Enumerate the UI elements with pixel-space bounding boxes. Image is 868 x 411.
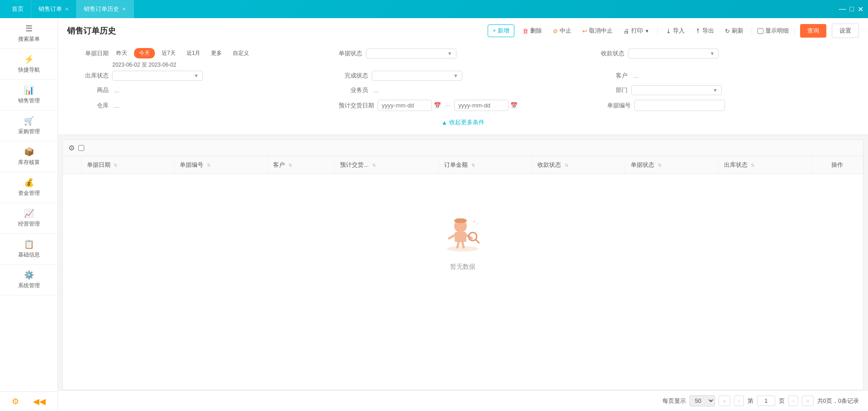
empty-text: 暂无数据 [450, 263, 475, 271]
th-date[interactable]: 单据日期 ⇅ [81, 156, 174, 174]
delivery-date-start[interactable] [378, 100, 432, 111]
sidebar-item-sales-mgmt[interactable]: 📊 销售管理 [0, 80, 58, 111]
complete-status-field: ▼ [372, 71, 590, 81]
th-customer-sort-icon[interactable]: ⇅ [288, 163, 292, 168]
query-btn[interactable]: 查询 [800, 24, 826, 38]
close-sales-order-tab-icon[interactable]: ✕ [65, 6, 69, 12]
sidebar-item-purchase-mgmt[interactable]: 🛒 采购管理 [0, 111, 58, 141]
sidebar-speaker-icon[interactable]: ◀◀ [33, 396, 46, 406]
tab-home[interactable]: 首页 [5, 0, 31, 18]
sidebar-item-purchase-mgmt-label: 采购管理 [18, 128, 40, 135]
sidebar-item-sales-mgmt-label: 销售管理 [18, 97, 40, 105]
date-1month[interactable]: 近1月 [182, 48, 205, 58]
prev-page-btn[interactable]: ‹ [734, 396, 744, 406]
date-yesterday[interactable]: 昨天 [112, 48, 131, 58]
date-more[interactable]: 更多 [207, 48, 226, 58]
svg-rect-4 [456, 218, 465, 223]
th-order-no-label: 单据编号 [180, 161, 203, 168]
sys-mgmt-icon: ⚙️ [24, 270, 34, 280]
salesman-picker-btn[interactable]: ... [372, 87, 381, 94]
sidebar-item-sys-mgmt[interactable]: ⚙️ 系统管理 [0, 265, 58, 295]
print-btn-label: 打印 [631, 27, 643, 35]
window-controls: — □ ✕ [839, 5, 863, 14]
th-order-status[interactable]: 单据状态 ⇅ [625, 156, 718, 174]
sidebar-item-capital-mgmt[interactable]: 💰 资金管理 [0, 172, 58, 203]
collapse-icon: ▲ [441, 119, 447, 126]
export-btn[interactable]: ⤒ 导出 [693, 25, 717, 37]
next-page-btn[interactable]: › [788, 396, 798, 406]
settings-btn[interactable]: 设置 [832, 24, 859, 38]
close-history-tab-icon[interactable]: ✕ [122, 6, 126, 12]
th-amount-sort-icon[interactable]: ⇅ [471, 163, 475, 168]
date-7days[interactable]: 近7天 [158, 48, 180, 58]
window-max-icon[interactable]: □ [849, 5, 854, 13]
pay-status-field: ▼ [628, 48, 850, 58]
th-order-no-sort-icon[interactable]: ⇅ [207, 163, 211, 168]
th-amount[interactable]: 订单金额 ⇅ [439, 156, 532, 174]
date-today[interactable]: 今天 [134, 48, 155, 58]
customer-picker-btn[interactable]: ... [631, 72, 640, 79]
sidebar-item-capital-mgmt-label: 资金管理 [18, 189, 40, 197]
warehouse-picker-btn[interactable]: ... [112, 102, 121, 109]
sidebar-settings-icon[interactable]: ⚙ [12, 396, 19, 406]
th-order-status-sort-icon[interactable]: ⇅ [658, 163, 662, 168]
th-actions-label: 操作 [831, 161, 843, 168]
date-custom[interactable]: 自定义 [229, 48, 253, 58]
sidebar-item-ops-mgmt[interactable]: 📈 经营管理 [0, 203, 58, 234]
calendar-end-icon[interactable]: 📅 [510, 102, 518, 109]
display-toggle-checkbox[interactable] [758, 28, 763, 34]
filter-row-4: 仓库 ... 预计交货日期 📅 — 📅 单据编号 [76, 100, 850, 111]
status-select[interactable]: ▼ [366, 48, 456, 58]
page-size-select[interactable]: 10 20 50 100 [690, 395, 715, 406]
order-no-input[interactable] [634, 100, 725, 111]
th-pay-status[interactable]: 收款状态 ⇅ [532, 156, 625, 174]
print-btn[interactable]: 🖨 打印 ▼ [621, 25, 652, 37]
th-date-sort-icon[interactable]: ⇅ [114, 163, 117, 168]
tab-sales-order-history[interactable]: 销售订单历史 ✕ [77, 0, 134, 18]
th-outbound-status-sort-icon[interactable]: ⇅ [751, 163, 754, 168]
cancel-stop-btn[interactable]: ↩ 取消中止 [580, 25, 615, 37]
sidebar-item-basic-info[interactable]: 📋 基础信息 [0, 234, 58, 265]
th-date-label: 单据日期 [87, 161, 110, 168]
th-customer[interactable]: 客户 ⇅ [268, 156, 335, 174]
product-picker-btn[interactable]: ... [112, 87, 121, 94]
toolbar-divider-1 [657, 27, 658, 34]
th-outbound-status[interactable]: 出库状态 ⇅ [718, 156, 811, 174]
outbound-status-label: 出库状态 [76, 72, 112, 80]
display-toggle[interactable]: 显示明细 [758, 27, 789, 35]
dept-select[interactable]: ▼ [631, 85, 722, 95]
outbound-status-select[interactable]: ▼ [112, 71, 203, 81]
order-no-label: 单据编号 [603, 102, 634, 110]
window-min-icon[interactable]: — [839, 5, 846, 13]
new-btn[interactable]: + 新增 [488, 24, 514, 37]
svg-point-13 [475, 226, 476, 227]
collapse-row[interactable]: ▲ 收起更多条件 [76, 116, 850, 129]
window-close-icon[interactable]: ✕ [858, 5, 863, 14]
sidebar-item-quick-nav[interactable]: ⚡ 快捷导航 [0, 49, 58, 80]
date-buttons: 昨天 今天 近7天 近1月 更多 自定义 [112, 48, 253, 58]
sidebar-item-search-menu[interactable]: ☰ 搜索菜单 [0, 18, 58, 49]
page-input[interactable] [757, 396, 775, 406]
import-btn[interactable]: ⤓ 导入 [663, 25, 687, 37]
calendar-start-icon[interactable]: 📅 [434, 102, 441, 109]
pay-status-select[interactable]: ▼ [628, 48, 719, 58]
th-customer-label: 客户 [273, 161, 285, 168]
th-delivery-date[interactable]: 预计交货... ⇅ [335, 156, 439, 174]
sidebar-item-search-menu-label: 搜索菜单 [18, 35, 40, 43]
select-all-checkbox[interactable] [78, 145, 84, 151]
pay-status-arrow: ▼ [710, 51, 715, 56]
table-settings-icon[interactable]: ⚙ [68, 144, 75, 152]
delivery-date-end[interactable] [454, 100, 508, 111]
th-pay-status-sort-icon[interactable]: ⇅ [565, 163, 568, 168]
refresh-btn[interactable]: ↻ 刷新 [722, 25, 746, 37]
sidebar-item-ops-mgmt-label: 经营管理 [18, 220, 40, 228]
stop-btn[interactable]: ⊘ 中止 [550, 25, 574, 37]
first-page-btn[interactable]: « [719, 396, 730, 406]
sidebar-item-inventory[interactable]: 📦 库存核算 [0, 141, 58, 172]
th-order-no[interactable]: 单据编号 ⇅ [174, 156, 268, 174]
th-delivery-date-sort-icon[interactable]: ⇅ [372, 163, 376, 168]
delete-btn[interactable]: 🗑 删除 [520, 25, 545, 37]
last-page-btn[interactable]: » [802, 396, 813, 406]
tab-sales-order[interactable]: 销售订单 ✕ [31, 0, 77, 18]
complete-status-select[interactable]: ▼ [372, 71, 462, 81]
